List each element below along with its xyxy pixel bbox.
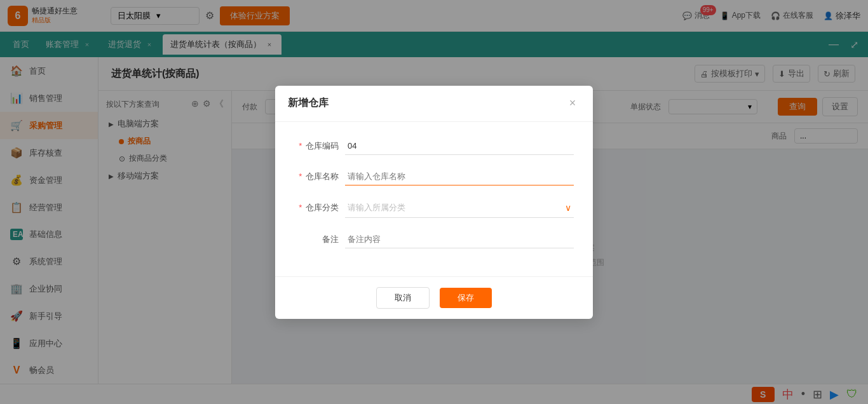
code-label: * 仓库编码 [294,140,345,152]
modal-footer: 取消 保存 [275,276,593,319]
remark-label: 备注 [294,234,345,245]
modal-title: 新增仓库 [288,97,329,110]
modal-close-button[interactable]: × [565,96,580,111]
category-chevron-icon: ∨ [565,203,571,213]
cancel-button[interactable]: 取消 [376,287,430,309]
form-row-name: * 仓库名称 [294,168,574,185]
name-label: * 仓库名称 [294,171,345,182]
form-row-code: * 仓库编码 [294,137,574,155]
remark-input[interactable] [345,231,574,248]
modal-overlay: 新增仓库 × * 仓库编码 * 仓库名称 [0,0,868,404]
category-placeholder: 请输入所属分类 [348,202,405,213]
form-row-remark: 备注 [294,231,574,248]
category-label: * 仓库分类 [294,202,345,213]
save-button[interactable]: 保存 [440,288,492,308]
warehouse-code-input[interactable] [345,137,574,155]
form-row-category: * 仓库分类 请输入所属分类 ∨ [294,198,574,218]
modal-header: 新增仓库 × [275,86,593,122]
warehouse-name-input[interactable] [345,168,574,185]
add-warehouse-modal: 新增仓库 × * 仓库编码 * 仓库名称 [275,86,593,319]
warehouse-category-select[interactable]: 请输入所属分类 ∨ [345,198,574,218]
modal-body: * 仓库编码 * 仓库名称 * 仓库分类 请输入所属 [275,122,593,276]
